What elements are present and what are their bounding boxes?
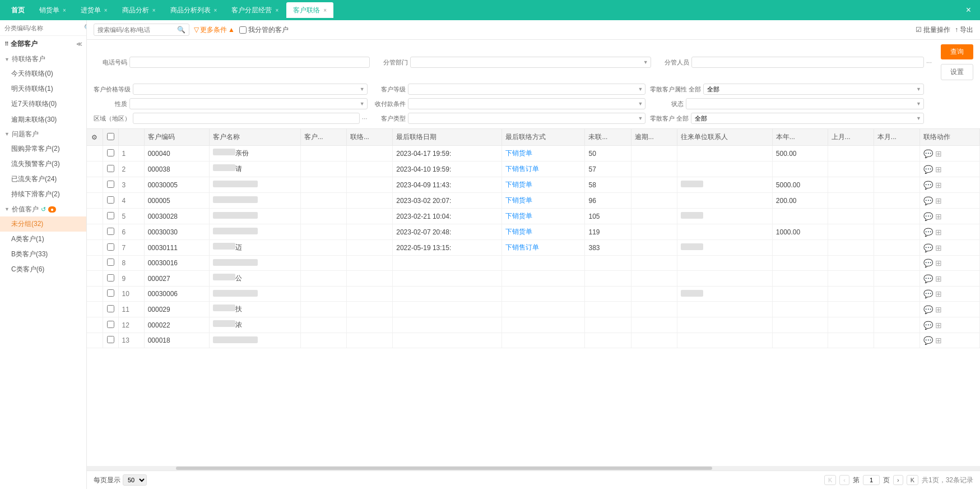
message-action-icon[interactable]: 💬 [923,321,933,330]
contact-type-link[interactable]: 下销货单 [505,149,532,157]
th-this-year[interactable]: 本年... [772,129,828,146]
sidebar-item-today-pending[interactable]: 今天待联络(0) [0,66,86,81]
filter-dept-select[interactable] [410,57,651,68]
th-uncontacted[interactable]: 未联... [585,129,631,146]
tab-customer-tier[interactable]: 客户分层经营 × [225,2,285,18]
contact-type-link[interactable]: 下销货单 [505,196,532,204]
page-size-select[interactable]: 50 [123,474,147,486]
th-unit-contact[interactable]: 往来单位联系人 [677,129,773,146]
filter-nature-select[interactable] [129,98,368,109]
grid-action-icon[interactable]: ⊞ [935,149,942,158]
row-checkbox[interactable] [107,228,114,235]
sidebar-item-declining[interactable]: 持续下滑客户(2) [0,187,86,202]
batch-ops-button[interactable]: ☑ 批量操作 [916,25,950,35]
close-tab-purchase[interactable]: × [104,7,108,13]
filter-region-dots[interactable]: ··· [362,114,368,122]
message-action-icon[interactable]: 💬 [923,274,933,283]
filter-phone-input[interactable] [129,57,370,68]
grid-action-icon[interactable]: ⊞ [935,228,942,237]
th-this-month[interactable]: 本月... [874,129,919,146]
filter-search-icon[interactable]: 🔍 [177,26,185,34]
message-action-icon[interactable]: 💬 [923,259,933,267]
filter-retail-attr-select[interactable]: 全部 [703,84,924,95]
sidebar-all-customers[interactable]: ⠿ 全部客户 ≪ [0,36,86,52]
sidebar-item-class-c[interactable]: C类客户(6) [0,262,86,277]
th-checkbox[interactable] [103,129,118,146]
message-action-icon[interactable]: 💬 [923,336,933,345]
contact-type-link[interactable]: 下销货单 [505,181,532,188]
grid-action-icon[interactable]: ⊞ [935,289,942,298]
grid-action-icon[interactable]: ⊞ [935,196,942,205]
grid-action-icon[interactable]: ⊞ [935,274,942,283]
th-contact[interactable]: 联络... [346,129,392,146]
prev-page-button[interactable]: ‹ [839,475,849,485]
refresh-icon[interactable]: ↺ [41,206,46,213]
grid-action-icon[interactable]: ⊞ [935,212,942,221]
sidebar-item-hoarding-abnormal[interactable]: 囤购异常客户(2) [0,141,86,156]
export-button[interactable]: ↑ 导出 [955,25,973,35]
th-name[interactable]: 客户名称 [209,129,300,146]
sidebar-item-tomorrow-pending[interactable]: 明天待联络(1) [0,81,86,96]
sidebar-item-class-a[interactable]: A类客户(1) [0,232,86,247]
filter-customer-level-select[interactable] [408,84,646,95]
filter-customer-type-select[interactable] [408,113,646,124]
row-checkbox[interactable] [107,274,114,282]
filter-person-input[interactable] [691,57,924,68]
close-tab-product-analysis-list[interactable]: × [214,7,217,13]
filter-person-dots[interactable]: ··· [926,58,932,66]
filter-payment-select[interactable] [408,98,646,109]
message-action-icon[interactable]: 💬 [923,181,933,190]
message-action-icon[interactable]: 💬 [923,243,933,252]
tab-customer-contact[interactable]: 客户联络 × [286,2,333,18]
th-last-contact-date[interactable]: 最后联络日期 [393,129,501,146]
current-page-input[interactable] [863,475,880,485]
row-checkbox[interactable] [107,149,114,156]
sidebar-item-churned[interactable]: 已流失客户(24) [0,172,86,187]
sidebar-item-7days-pending[interactable]: 近7天待联络(0) [0,96,86,112]
th-overdue[interactable]: 逾期... [631,129,677,146]
row-checkbox[interactable] [107,196,114,204]
grid-action-icon[interactable]: ⊞ [935,259,942,267]
message-action-icon[interactable]: 💬 [923,149,933,158]
message-action-icon[interactable]: 💬 [923,228,933,237]
grid-action-icon[interactable]: ⊞ [935,165,942,174]
close-tab-customer-contact[interactable]: × [323,7,327,13]
row-checkbox[interactable] [107,212,114,219]
row-checkbox[interactable] [107,243,114,251]
tab-product-analysis[interactable]: 商品分析 × [115,2,162,18]
row-checkbox[interactable] [107,259,114,266]
message-action-icon[interactable]: 💬 [923,305,933,314]
my-customers-checkbox[interactable]: 我分管的客户 [239,25,289,35]
sidebar-pending-contact-group[interactable]: ▼ 待联络客户 [0,52,86,66]
grid-action-icon[interactable]: ⊞ [935,181,942,190]
filter-status-select[interactable] [686,98,924,109]
filter-region-input[interactable] [133,113,360,124]
close-tab-product-analysis[interactable]: × [152,7,156,13]
message-action-icon[interactable]: 💬 [923,196,933,205]
filter-price-level-select[interactable] [133,84,368,95]
row-checkbox[interactable] [107,165,114,172]
tab-sales[interactable]: 销货单 × [32,2,73,18]
sidebar-item-unclassified[interactable]: 未分组(32) [0,216,86,232]
th-last-contact-type[interactable]: 最后联络方式 [501,129,585,146]
row-checkbox[interactable] [107,181,114,188]
contact-type-link[interactable]: 下销售订单 [505,165,539,173]
close-tab-sales[interactable]: × [63,7,66,13]
th-settings[interactable]: ⚙ [87,129,103,146]
contact-type-link[interactable]: 下销货单 [505,212,532,220]
th-last-month[interactable]: 上月... [828,129,874,146]
tab-product-analysis-list[interactable]: 商品分析列表 × [164,2,224,18]
th-code[interactable]: 客户编码 [144,129,209,146]
sidebar-item-overdue-pending[interactable]: 逾期未联络(30) [0,112,86,127]
row-checkbox[interactable] [107,289,114,297]
sidebar-item-churn-warning[interactable]: 流失预警客户(3) [0,156,86,172]
message-action-icon[interactable]: 💬 [923,212,933,221]
last-page-button[interactable]: K [907,475,918,485]
grid-action-icon[interactable]: ⊞ [935,321,942,330]
grid-action-icon[interactable]: ⊞ [935,305,942,314]
query-button[interactable]: 查询 [941,44,973,59]
sidebar-problem-customer-group[interactable]: ▼ 问题客户 [0,127,86,141]
sidebar-search-input[interactable] [4,25,82,31]
th-type[interactable]: 客户... [300,129,346,146]
tab-purchase[interactable]: 进货单 × [74,2,114,18]
